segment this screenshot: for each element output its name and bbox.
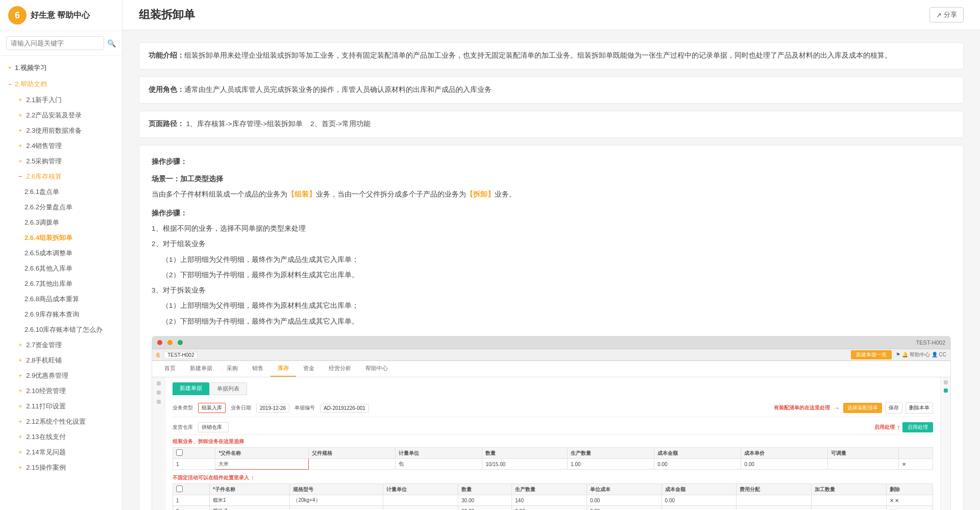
main-header: 组装拆卸单 ↗ 分享 (122, 0, 980, 30)
sidebar-item-video[interactable]: + 1.视频学习 (0, 60, 122, 76)
sidebar-item-coupon[interactable]: + 2.9优惠券管理 (0, 368, 122, 383)
search-button[interactable]: 🔍 (107, 39, 116, 47)
nav-list: + 1.视频学习 − 2.帮助文档 + 2.1新手入门 + 2.2产品安装及登录… (0, 56, 122, 510)
search-container: 🔍 (0, 31, 122, 56)
sidebar-item-mobile[interactable]: + 2.8手机旺铺 (0, 353, 122, 368)
assembly-highlight: 【组装】 (287, 190, 316, 198)
mock-tab-list[interactable]: 单据列表 (209, 382, 247, 395)
step2-sub1: （1）上部明细为父件明细，最终作为产成品生成其它入库单； (152, 254, 951, 266)
sidebar-item-transfer[interactable]: 2.6.3调拨单 (0, 215, 122, 230)
sidebar-item-faq[interactable]: + 2.14常见问题 (0, 445, 122, 460)
mock-company-dropdown[interactable]: TEST-H002 (164, 351, 198, 359)
sidebar-item-purchase[interactable]: + 2.5采购管理 (0, 154, 122, 169)
mock-order-value[interactable]: AD-20191226-001 (320, 404, 369, 412)
sidebar-item-stockerr[interactable]: 2.6.10库存账本错了怎么办 (0, 322, 122, 337)
mock-arrow-enable: ↑ (897, 423, 900, 431)
mock-date-value[interactable]: 2019-12-26 (256, 404, 289, 412)
mock-col-unit: 计量单位 (396, 448, 482, 459)
expand-icon-print: + (18, 402, 22, 410)
mock-nav-home[interactable]: 首页 (157, 361, 183, 377)
mock-checkbox[interactable] (176, 449, 183, 456)
step1: 1、根据不同的业务，选择不同单据的类型来处理 (152, 223, 951, 235)
content-area: 功能介绍：组装拆卸单用来处理企业组装或拆卸等加工业务，支持有固定装配清单的产品加… (122, 30, 980, 510)
expand-icon-sales: + (18, 142, 22, 150)
mock-nav-sales[interactable]: 销售 (245, 361, 271, 377)
sidebar-item-newbie[interactable]: + 2.1新手入门 (0, 92, 122, 108)
step3-sub1: （1）上部明细为父件明细，最终作为原材料生成其它出库单； (152, 300, 951, 312)
mock-nav-purchase[interactable]: 采购 (219, 361, 245, 377)
mock-nav-stock[interactable]: 库存 (271, 361, 296, 377)
sidebar-item-stockcheck2[interactable]: 2.6.9库存账本查询 (0, 307, 122, 322)
sidebar-item-print[interactable]: + 2.11打印设置 (0, 399, 122, 414)
sidebar-item-otherinstock[interactable]: 2.6.6其他入库单 (0, 261, 122, 276)
table-row: 1糯米1（20kg+4）30.001400.000.00✕ ✕ (173, 495, 933, 506)
scene1-desc: 当由多个子件材料组装成一个成品的业务为【组装】业务，当由一个父件拆分成多个子产品… (152, 188, 951, 201)
mock-col-parent-spec: 父件规格 (309, 448, 396, 459)
mock-lower-col-fee: 费用分配 (737, 484, 812, 495)
role-text: 通常由生产人员或库管人员完成拆装业务的操作，库管人员确认原材料的出库和产成品的入… (184, 86, 492, 93)
mock-type-annotation: 组装业务、拆卸业务在这里选择 (173, 438, 244, 445)
sidebar-item-docs[interactable]: − 2.帮助文档 (0, 76, 122, 92)
page-title: 组装拆卸单 (139, 7, 195, 22)
mock-right-icon-2 (944, 388, 948, 393)
mock-nav-new[interactable]: 新建单据 (183, 361, 219, 377)
mock-tab-new[interactable]: 新建单据 (173, 382, 209, 395)
expand-icon-pay: + (18, 433, 22, 441)
mock-cell-unit: 包 (396, 459, 482, 470)
sidebar-item-system[interactable]: + 2.12系统个性化设置 (0, 414, 122, 429)
sidebar-item-assembly[interactable]: 2.6.4组装拆卸单 (0, 230, 122, 246)
mock-nav-analysis[interactable]: 经营分析 (322, 361, 358, 377)
expand-icon-mobile: + (18, 356, 22, 364)
mock-cell-cost: 0.00 (654, 459, 741, 470)
mock-delete-btn[interactable]: 删除本单 (905, 402, 933, 414)
mock-type-value[interactable]: 组装入库 (198, 403, 226, 413)
sidebar-item-cases[interactable]: + 2.15操作案例 (0, 460, 122, 475)
mock-lower-table: *子件名称 规格型号 计量单位 数量 生产数量 单位成本 成本金额 费用分配 加 (173, 483, 933, 510)
sidebar-item-stockcheck[interactable]: 2.6.1盘点单 (0, 184, 122, 200)
mock-lower-col-spec: 规格型号 (290, 484, 383, 495)
mock-nav-fund[interactable]: 资金 (296, 361, 322, 377)
sidebar-item-stock[interactable]: − 2.6库存核算 (0, 169, 122, 184)
mock-annotation-top: 有装配清单的在这里处理 (774, 404, 830, 411)
mock-cell-qty: 10/15.00 (482, 459, 568, 470)
mock-col-cost: 成本金额 (654, 448, 741, 459)
steps-block: 操作步骤： 场景一：加工类型选择 当由多个子件材料组装成一个成品的业务为【组装】… (139, 145, 964, 510)
expand-icon-install: + (18, 111, 22, 119)
sidebar-item-otheroutstock[interactable]: 2.6.7其他出库单 (0, 276, 122, 292)
step2-sub2: （2）下部明细为子件明细，最终作为原材料生成其它出库单。 (152, 269, 951, 281)
sidebar-item-sales[interactable]: + 2.4销售管理 (0, 138, 122, 154)
mock-lower-col-cost: 成本金额 (662, 484, 737, 495)
search-input[interactable] (6, 36, 104, 50)
mock-col-prod-qty: 生产数量 (568, 448, 654, 459)
mock-cell-check: 1 (173, 459, 215, 470)
role-label: 使用角色： (149, 86, 184, 93)
sidebar-item-fund[interactable]: + 2.7资金管理 (0, 337, 122, 353)
mock-col-qty: 数量 (482, 448, 568, 459)
mock-warehouse-value[interactable]: 供销仓库 (198, 422, 229, 432)
share-button[interactable]: ↗ 分享 (929, 7, 964, 22)
mock-upper-table-container: *父件名称 父件规格 计量单位 数量 生产数量 成本金额 成本单价 可调量 (173, 447, 933, 470)
disassembly-highlight: 【拆卸】 (466, 190, 495, 198)
sidebar-item-data[interactable]: + 2.3使用前数据准备 (0, 123, 122, 138)
mock-cell-adj (828, 459, 898, 470)
mock-warehouse-label: 发货仓库 (173, 424, 193, 431)
mock-nav-help[interactable]: 帮助中心 (358, 361, 395, 377)
sidebar-item-install[interactable]: + 2.2产品安装及登录 (0, 108, 122, 123)
mock-upper-table: *父件名称 父件规格 计量单位 数量 生产数量 成本金额 成本单价 可调量 (173, 447, 933, 470)
mock-lower-checkbox[interactable] (176, 485, 183, 492)
mock-enable-btn[interactable]: 启用处理 (902, 422, 933, 432)
mock-new-btn[interactable]: 新建单据一览 (851, 350, 892, 359)
sidebar-item-goodscost[interactable]: 2.6.8商品成本重算 (0, 292, 122, 307)
sidebar-item-cost[interactable]: 2.6.5成本调整单 (0, 246, 122, 261)
mock-select-btn[interactable]: 选择装配清单 (843, 403, 882, 413)
sidebar-item-manage[interactable]: + 2.10经营管理 (0, 383, 122, 399)
sidebar-item-pay[interactable]: + 2.13在线支付 (0, 429, 122, 445)
sidebar-item-stocksplit[interactable]: 2.6.2分量盘点单 (0, 200, 122, 215)
expand-icon-docs: − (8, 81, 12, 88)
mock-save-btn[interactable]: 保存 (885, 402, 902, 414)
ops-steps-heading: 操作步骤： (152, 207, 951, 220)
mock-right-icon-1 (944, 380, 948, 384)
mock-annotation-enable: 启用处理 (874, 424, 895, 431)
path-2: 2、首页->常用功能 (310, 120, 371, 128)
function-intro-text: 组装拆卸单用来处理企业组装或拆卸等加工业务，支持有固定装配清单的产品加工业务，也… (184, 52, 892, 59)
